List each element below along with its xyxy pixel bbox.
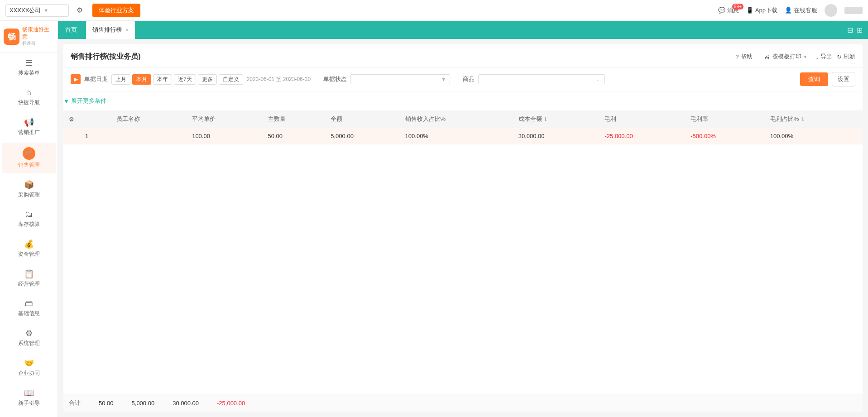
- th-amount: 全额: [325, 110, 399, 128]
- expand-more-row: ▼ 展开更多条件: [63, 91, 863, 110]
- export-icon: ↓: [816, 53, 819, 60]
- sidebar-item-label: 企业协同: [18, 369, 40, 377]
- table-row: 1 100.00 50.00: [63, 128, 863, 144]
- company-dropdown-icon: ▼: [43, 8, 48, 13]
- th-settings: ⚙: [63, 110, 80, 128]
- top-bar: XXXXX公司 ▼ ⚙ 体验行业方案 💬 消息 99+ 📱 App下载 👤 在线…: [0, 0, 868, 21]
- page-header-actions: ? 帮助 🖨 按模板打印 ▼ ↓ 导出: [732, 51, 855, 62]
- print-icon: 🖨: [764, 53, 770, 60]
- date-btn-this-month[interactable]: 本月: [132, 74, 151, 85]
- top-settings-button[interactable]: ⚙: [72, 3, 87, 18]
- sidebar-item-app-center[interactable]: 📱 应用中心: [2, 413, 56, 417]
- status-label: 单据状态: [323, 75, 347, 83]
- app-download-button[interactable]: 📱 App下载: [746, 6, 777, 14]
- sidebar-item-label: 系统管理: [18, 340, 40, 347]
- gear-icon: ⚙: [77, 6, 83, 14]
- cost-info-icon: ℹ: [545, 116, 547, 122]
- sidebar-item-system[interactable]: ⚙ 系统管理: [2, 324, 56, 352]
- sidebar-item-label: 经营管理: [18, 280, 40, 288]
- app-download-label: App下载: [755, 6, 777, 14]
- template-print-button[interactable]: 🖨 按模板打印 ▼: [761, 51, 811, 62]
- date-btn-last-month[interactable]: 上月: [111, 74, 130, 85]
- th-gross-profit: 毛利: [599, 110, 685, 128]
- page-header: 销售排行榜(按业务员) ? 帮助 🖨 按模板打印 ▼: [63, 44, 863, 67]
- help-button[interactable]: ? 帮助: [732, 51, 756, 62]
- sidebar-item-label: 销售管理: [18, 161, 40, 169]
- status-select[interactable]: ▼: [350, 74, 450, 84]
- message-badge: 99+: [732, 4, 743, 10]
- sidebar-item-quick-nav[interactable]: ⌂ 快捷导航: [2, 83, 56, 111]
- refresh-label: 刷新: [844, 53, 855, 61]
- sidebar-item-label: 快捷导航: [18, 99, 40, 106]
- export-button[interactable]: ↓ 导出: [816, 53, 833, 61]
- td-sales-pct: 100.00%: [400, 128, 513, 144]
- avatar[interactable]: [825, 4, 837, 17]
- username[interactable]: [844, 7, 863, 14]
- td-cost-amount: 30,000.00: [513, 128, 599, 144]
- sidebar-item-search-orders[interactable]: ☰ 搜索菜单: [2, 53, 56, 81]
- sidebar-item-marketing[interactable]: 📢 营销推广: [2, 113, 56, 141]
- query-button[interactable]: 查询: [800, 72, 828, 86]
- system-icon: ⚙: [25, 328, 33, 338]
- footer-label: 合计: [69, 399, 81, 407]
- enterprise-icon: 🤝: [24, 358, 34, 368]
- search-orders-icon: ☰: [25, 58, 33, 68]
- date-btn-custom[interactable]: 自定义: [219, 74, 243, 85]
- tab-window-controls: ⊟ ⊞: [847, 26, 868, 34]
- online-service-button[interactable]: 👤 在线客服: [785, 6, 817, 14]
- maximize-button[interactable]: ⊞: [857, 26, 863, 34]
- basic-info-icon: 🗃: [25, 299, 33, 308]
- expand-more-button[interactable]: ▼ 展开更多条件: [63, 94, 863, 108]
- th-name: 员工名称: [111, 110, 187, 128]
- sidebar-item-label: 库存核算: [18, 220, 40, 228]
- purchase-icon: 📦: [24, 180, 34, 190]
- page-title: 销售排行榜(按业务员): [71, 52, 141, 62]
- td-amount: 5,000.00: [325, 128, 399, 144]
- online-service-label: 在线客服: [794, 6, 817, 14]
- sidebar-item-label: 基础信息: [18, 310, 40, 317]
- message-button[interactable]: 💬 消息 99+: [718, 6, 739, 14]
- date-btn-this-year[interactable]: 本年: [153, 74, 172, 85]
- operations-icon: 📋: [24, 269, 34, 279]
- logo-text-line1: 畅康通好生意: [22, 26, 54, 40]
- trial-button[interactable]: 体验行业方案: [92, 4, 140, 17]
- table-footer: 合计 50.00 5,000.00 30,000.00 -25,000.00: [63, 394, 863, 412]
- sidebar-item-enterprise[interactable]: 🤝 企业协同: [2, 354, 56, 382]
- content-area: 首页 销售排行榜 × ⊟ ⊞ 销售排行榜(按业务员): [58, 21, 868, 417]
- th-sales-pct: 销售收入占比%: [400, 110, 513, 128]
- filter-bar: ▶ 单据日期 上月 本月 本年 近7天 更多 自定义 2023-06-01 至 …: [63, 67, 863, 91]
- sidebar-item-inventory[interactable]: 🗂 库存核算: [2, 205, 56, 233]
- footer-qty: 50.00: [99, 400, 114, 407]
- date-btn-more[interactable]: 更多: [198, 74, 217, 85]
- help-label: 帮助: [741, 53, 753, 61]
- filter-expand-arrow[interactable]: ▶: [71, 74, 81, 84]
- tab-close-button[interactable]: ×: [125, 27, 129, 33]
- sidebar-item-guide[interactable]: 📖 新手引导: [2, 383, 56, 412]
- sidebar-item-finance[interactable]: 💰 资金管理: [2, 235, 56, 263]
- template-print-label: 按模板打印: [772, 53, 801, 61]
- company-selector[interactable]: XXXXX公司 ▼: [5, 4, 69, 17]
- tab-sales-ranking[interactable]: 销售排行榜 ×: [86, 21, 135, 39]
- tab-home[interactable]: 首页: [58, 21, 84, 39]
- th-qty: 主数量: [263, 110, 326, 128]
- td-name: [111, 128, 187, 144]
- finance-icon: 💰: [24, 239, 34, 249]
- sidebar-item-basic-info[interactable]: 🗃 基础信息: [2, 294, 56, 322]
- column-settings-icon[interactable]: ⚙: [69, 116, 74, 123]
- minimize-button[interactable]: ⊟: [847, 26, 853, 34]
- quick-nav-icon: ⌂: [26, 88, 31, 97]
- expand-more-label: 展开更多条件: [71, 97, 106, 105]
- goods-input[interactable]: ...: [478, 74, 605, 84]
- filter-settings-button[interactable]: 设置: [832, 72, 855, 86]
- footer-amount: 5,000.00: [132, 400, 155, 407]
- sidebar-item-sales[interactable]: 🛒 销售管理: [2, 143, 56, 173]
- sidebar-item-operations[interactable]: 📋 经营管理: [2, 264, 56, 292]
- refresh-button[interactable]: ↻ 刷新: [837, 53, 855, 61]
- th-avg-price: 平均单价: [187, 110, 262, 128]
- sidebar-item-purchase[interactable]: 📦 采购管理: [2, 175, 56, 203]
- tab-label: 销售排行榜: [92, 26, 122, 34]
- sidebar: 畅 畅康通好生意 标准版 ☰ 搜索菜单 ⌂ 快捷导航 📢 营销推广 🛒: [0, 21, 58, 417]
- date-btn-7days[interactable]: 近7天: [174, 74, 196, 85]
- date-range-display: 2023-06-01 至 2023-06-30: [247, 76, 311, 83]
- td-settings: [63, 128, 80, 144]
